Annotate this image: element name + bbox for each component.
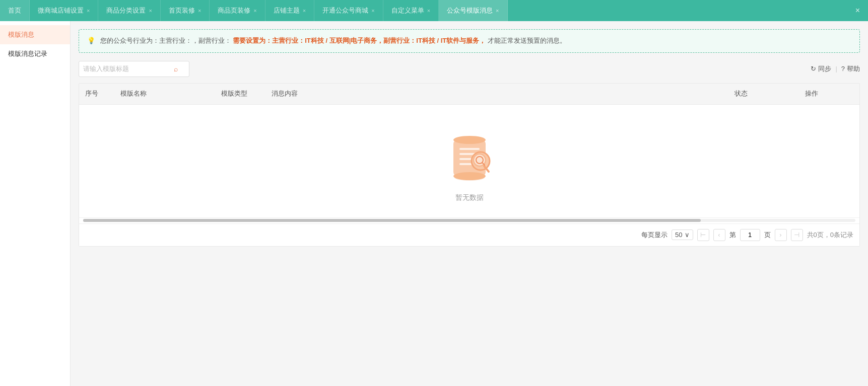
notice-suffix: 才能正常发送预置的消息。 <box>488 37 566 44</box>
tab-category[interactable]: 商品分类设置 × <box>98 0 160 21</box>
tab-shop-setting[interactable]: 微商城店铺设置 × <box>30 0 98 21</box>
tab-bar-close-all[interactable]: × <box>847 6 868 15</box>
tab-home-decorate[interactable]: 首页装修 × <box>161 0 210 21</box>
search-icon[interactable]: ⌕ <box>174 65 178 73</box>
notice-highlight: 需要设置为：主营行业：IT科技 / 互联网|电子商务，副营行业：IT科技 / I… <box>233 37 486 44</box>
tab-home-decorate-label: 首页装修 <box>169 6 195 15</box>
main-layout: 模版消息 模版消息记录 💡 您的公众号行业为：主营行业：，副营行业： 需要设置为… <box>0 21 868 386</box>
tab-product-decorate-close[interactable]: × <box>253 8 256 14</box>
page-size-dropdown-icon: ∨ <box>685 231 690 239</box>
search-input[interactable] <box>83 65 174 72</box>
page-first-button[interactable]: ⊢ <box>697 229 709 241</box>
empty-state: 暂无数据 <box>79 105 859 217</box>
search-row: ⌕ ↻ 同步 | ? 帮助 <box>79 61 860 77</box>
tab-custom-menu-label: 自定义菜单 <box>391 6 424 15</box>
notice-prefix: 您的公众号行业为：主营行业：，副营行业： <box>100 37 231 44</box>
th-type: 模版类型 <box>215 89 265 98</box>
page-next-button[interactable]: › <box>775 229 787 241</box>
page-size-value: 50 <box>675 231 682 239</box>
sync-icon: ↻ <box>811 65 816 72</box>
sync-label: 同步 <box>818 64 831 73</box>
help-icon: ? <box>841 65 845 72</box>
tab-category-close[interactable]: × <box>149 8 152 14</box>
total-text: 共0页，0条记录 <box>807 230 853 240</box>
scroll-bar-area[interactable] <box>79 217 859 223</box>
th-name: 模版名称 <box>114 89 215 98</box>
tab-template-msg[interactable]: 公众号模版消息 × <box>439 0 507 21</box>
svg-rect-4 <box>459 148 480 150</box>
page-size-label: 每页显示 <box>641 230 667 240</box>
tab-home-label: 首页 <box>8 6 21 15</box>
tab-product-decorate[interactable]: 商品页装修 × <box>210 0 265 21</box>
search-input-wrap[interactable]: ⌕ <box>79 61 189 77</box>
tab-shop-setting-close[interactable]: × <box>87 8 90 14</box>
empty-illustration <box>439 125 500 185</box>
th-action: 操作 <box>799 89 859 98</box>
page-prev-button[interactable]: ‹ <box>713 229 725 241</box>
content-area: 💡 您的公众号行业为：主营行业：，副营行业： 需要设置为：主营行业：IT科技 /… <box>71 21 868 386</box>
tab-template-msg-close[interactable]: × <box>496 8 499 14</box>
tab-template-msg-label: 公众号模版消息 <box>447 6 493 15</box>
empty-text: 暂无数据 <box>455 193 484 202</box>
sidebar-item-template-record[interactable]: 模版消息记录 <box>0 44 70 63</box>
sidebar-item-template-msg[interactable]: 模版消息 <box>0 25 70 44</box>
tab-category-label: 商品分类设置 <box>106 6 146 15</box>
tab-open-mall[interactable]: 开通公众号商城 × <box>314 0 383 21</box>
tab-shop-theme-close[interactable]: × <box>303 8 306 14</box>
sidebar-item-template-msg-label: 模版消息 <box>8 31 34 38</box>
tab-product-decorate-label: 商品页装修 <box>218 6 250 15</box>
th-status: 状态 <box>728 89 799 98</box>
table-wrap: 序号 模版名称 模版类型 消息内容 状态 操作 <box>79 83 860 247</box>
sidebar: 模版消息 模版消息记录 <box>0 21 71 386</box>
tab-custom-menu-close[interactable]: × <box>427 8 430 14</box>
scroll-track[interactable] <box>83 219 855 222</box>
page-size-select[interactable]: 50 ∨ <box>672 229 693 240</box>
tab-open-mall-close[interactable]: × <box>371 8 374 14</box>
page-last-button[interactable]: ⊣ <box>791 229 803 241</box>
tab-home[interactable]: 首页 <box>0 0 30 21</box>
sidebar-item-template-record-label: 模版消息记录 <box>8 50 47 57</box>
help-button[interactable]: ? 帮助 <box>841 64 860 73</box>
sync-button[interactable]: ↻ 同步 <box>811 64 831 73</box>
tab-custom-menu[interactable]: 自定义菜单 × <box>383 0 439 21</box>
toolbar-right: ↻ 同步 | ? 帮助 <box>811 64 860 73</box>
tab-bar: 首页 微商城店铺设置 × 商品分类设置 × 首页装修 × 商品页装修 × 店铺主… <box>0 0 868 21</box>
page-label-after: 页 <box>764 230 771 240</box>
notice-box: 💡 您的公众号行业为：主营行业：，副营行业： 需要设置为：主营行业：IT科技 /… <box>79 29 860 53</box>
scroll-thumb[interactable] <box>83 219 701 222</box>
tab-shop-theme-label: 店铺主题 <box>274 6 300 15</box>
svg-point-2 <box>453 136 486 144</box>
toolbar-divider: | <box>835 65 837 72</box>
th-content: 消息内容 <box>265 89 728 98</box>
tab-shop-setting-label: 微商城店铺设置 <box>38 6 84 15</box>
page-number-input[interactable] <box>740 229 760 241</box>
pagination: 每页显示 50 ∨ ⊢ ‹ 第 页 › ⊣ 共0页，0条记录 <box>79 223 859 246</box>
table-header: 序号 模版名称 模版类型 消息内容 状态 操作 <box>79 84 859 105</box>
th-seq: 序号 <box>79 89 114 98</box>
svg-point-3 <box>453 172 486 180</box>
help-label: 帮助 <box>847 64 860 73</box>
page-label-before: 第 <box>729 230 736 240</box>
tab-shop-theme[interactable]: 店铺主题 × <box>265 0 314 21</box>
tab-home-decorate-close[interactable]: × <box>198 8 201 14</box>
tab-open-mall-label: 开通公众号商城 <box>322 6 368 15</box>
notice-icon: 💡 <box>87 37 95 44</box>
